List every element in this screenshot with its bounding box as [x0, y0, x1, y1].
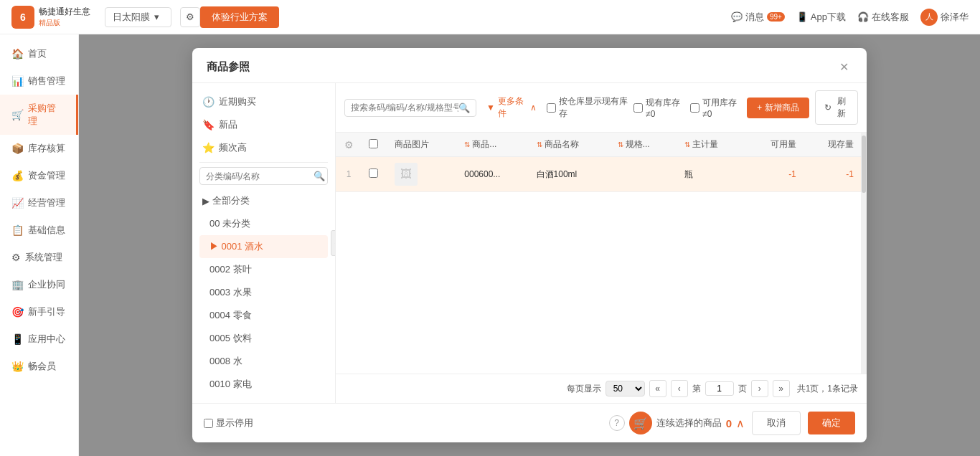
user-avatar: 人 — [920, 9, 938, 26]
category-item-0008[interactable]: 0008 水 — [199, 350, 328, 373]
category-item-0002[interactable]: 0002 茶叶 — [199, 258, 328, 281]
cancel-button[interactable]: 取消 — [752, 411, 801, 435]
modal-close-button[interactable]: ✕ — [835, 58, 852, 75]
sales-icon: 📊 — [11, 75, 24, 87]
help-icon[interactable]: ? — [609, 415, 625, 431]
page-suffix: 页 — [738, 383, 747, 395]
col-name: ⇅ 商品名称 — [529, 133, 611, 157]
first-page-button[interactable]: « — [649, 380, 666, 397]
sidebar-item-inventory[interactable]: 📦 库存核算 — [0, 135, 78, 162]
sidebar-item-sales[interactable]: 📊 销售管理 — [0, 67, 78, 95]
sidebar-item-enterprise[interactable]: 🏢 企业协同 — [0, 271, 78, 298]
page-total: 共1页，1条记录 — [797, 383, 858, 395]
category-search-icon[interactable]: 🔍 — [314, 171, 325, 181]
row-settings: 1 — [336, 157, 362, 192]
dropdown-arrow-icon: ▾ — [154, 11, 159, 22]
col-stock: 现存量 — [804, 133, 861, 157]
sidebar-item-home[interactable]: 🏠 首页 — [0, 40, 78, 67]
modal-right-panel: 🔍 ▼ 更多条件 ∧ 按仓库显示现有库存 — [336, 83, 867, 403]
stock-warehouse-checkbox[interactable]: 按仓库显示现有库存 — [547, 95, 628, 120]
headphone-icon: 🎧 — [857, 11, 869, 22]
next-page-button[interactable]: › — [751, 380, 768, 397]
sidebar-item-finance[interactable]: 💰 资金管理 — [0, 162, 78, 189]
more-filter-button[interactable]: ▼ 更多条件 ∧ — [482, 92, 541, 123]
triangle-icon: ▶ — [202, 196, 209, 206]
sidebar-item-system[interactable]: ⚙ 系统管理 — [0, 244, 78, 271]
table-scrollbar[interactable] — [861, 133, 867, 374]
sidebar-item-operations[interactable]: 📈 经营管理 — [0, 189, 78, 217]
store-selector[interactable]: 日太阳膜 ▾ — [105, 7, 171, 27]
table-settings-icon[interactable]: ⚙ — [344, 139, 354, 151]
sort-icon-spec: ⇅ — [618, 141, 623, 148]
product-table: ⚙ 商品图片 — [336, 133, 861, 192]
trial-button[interactable]: 体验行业方案 — [200, 6, 279, 28]
new-icon: 🔖 — [202, 119, 215, 130]
col-settings: ⚙ — [336, 133, 362, 157]
purchase-icon: 🛒 — [11, 109, 24, 120]
table-area: ⚙ 商品图片 — [336, 133, 867, 374]
image-placeholder-icon: 🖼 — [400, 168, 412, 181]
modal-left-panel: 🕐 近期购买 🔖 新品 ⭐ 频次高 — [192, 83, 336, 403]
category-item-0001[interactable]: ▶ 0001 酒水 — [199, 235, 328, 258]
product-reference-modal: 商品参照 ✕ 🕐 近期购买 🔖 新品 — [192, 48, 867, 442]
divider — [199, 162, 328, 163]
refresh-button[interactable]: ↻ 刷新 — [815, 90, 858, 125]
app-center-icon: 📱 — [11, 333, 24, 345]
sort-icon-name: ⇅ — [537, 141, 542, 148]
sidebar-item-purchase[interactable]: 🛒 采购管理 — [0, 95, 78, 135]
row-unit: 瓶 — [677, 157, 746, 192]
available-stock-checkbox[interactable]: 现有库存≠0 — [633, 97, 684, 119]
product-search-input[interactable] — [351, 103, 458, 113]
last-page-button[interactable]: » — [773, 380, 790, 397]
per-page-select[interactable]: 50 10 20 100 — [606, 381, 645, 396]
category-item-00[interactable]: 00 未分类 — [199, 212, 328, 235]
settings-button[interactable]: ⚙ — [180, 7, 200, 27]
product-search-wrap: 🔍 — [344, 99, 476, 117]
sidebar-item-app-center[interactable]: 📱 应用中心 — [0, 326, 78, 353]
inventory-icon: 📦 — [11, 143, 24, 154]
messages-button[interactable]: 💬 消息 99+ — [731, 11, 785, 24]
prev-page-button[interactable]: ‹ — [671, 380, 688, 397]
category-item-0010[interactable]: 0010 家电 — [199, 373, 328, 396]
online-service-button[interactable]: 🎧 在线客服 — [857, 11, 909, 24]
select-all-checkbox[interactable] — [369, 139, 378, 148]
recent-purchase-nav[interactable]: 🕐 近期购买 — [192, 90, 335, 113]
row-select-checkbox[interactable] — [369, 168, 378, 178]
cart-area: ? 🛒 连续选择的商品 0 ∧ — [609, 412, 745, 434]
main-area: 商品参照 ✕ 🕐 近期购买 🔖 新品 — [79, 34, 980, 456]
sidebar-item-guide[interactable]: 🎯 新手引导 — [0, 298, 78, 326]
category-search-input[interactable] — [206, 171, 314, 181]
product-search-icon[interactable]: 🔍 — [458, 103, 470, 113]
new-product-nav[interactable]: 🔖 新品 — [192, 113, 335, 136]
finance-icon: 💰 — [11, 170, 24, 181]
col-spec: ⇅ 规格... — [611, 133, 677, 157]
usable-stock-checkbox[interactable]: 可用库存≠0 — [690, 97, 741, 119]
sidebar-item-member[interactable]: 👑 畅会员 — [0, 353, 78, 380]
sidebar-item-base-info[interactable]: 📋 基础信息 — [0, 217, 78, 244]
app-download-button[interactable]: 📱 App下载 — [796, 11, 846, 24]
modal-footer: 显示停用 ? 🛒 连续选择的商品 0 ∧ 取消 确定 — [192, 403, 867, 442]
cart-count: 0 — [726, 417, 732, 429]
category-item-0003[interactable]: 0003 水果 — [199, 281, 328, 304]
row-available: -1 — [746, 157, 804, 192]
show-disabled-checkbox[interactable]: 显示停用 — [204, 417, 253, 429]
cart-button[interactable]: 🛒 — [629, 412, 652, 434]
category-all[interactable]: ▶ 全部分类 — [199, 189, 328, 212]
collapse-panel-button[interactable]: ‹ — [331, 230, 336, 256]
user-menu[interactable]: 人 徐泽华 — [920, 9, 969, 26]
row-spec — [611, 157, 677, 192]
category-item-0004[interactable]: 0004 零食 — [199, 304, 328, 327]
table-row[interactable]: 1 🖼 — [336, 157, 861, 192]
current-page-input[interactable] — [705, 381, 734, 396]
product-thumbnail: 🖼 — [395, 163, 418, 186]
refresh-icon: ↻ — [824, 103, 831, 113]
scrollbar-thumb — [862, 136, 866, 193]
confirm-button[interactable]: 确定 — [808, 412, 855, 434]
add-product-button[interactable]: + 新增商品 — [747, 98, 809, 118]
frequent-nav[interactable]: ⭐ 频次高 — [192, 136, 335, 159]
row-code: 000600... — [457, 157, 529, 192]
logo-area: 6 畅捷通好生意 精品版 — [11, 6, 90, 29]
category-item-0005[interactable]: 0005 饮料 — [199, 327, 328, 350]
collapse-cart-button[interactable]: ∧ — [736, 417, 745, 430]
guide-icon: 🎯 — [11, 306, 24, 318]
